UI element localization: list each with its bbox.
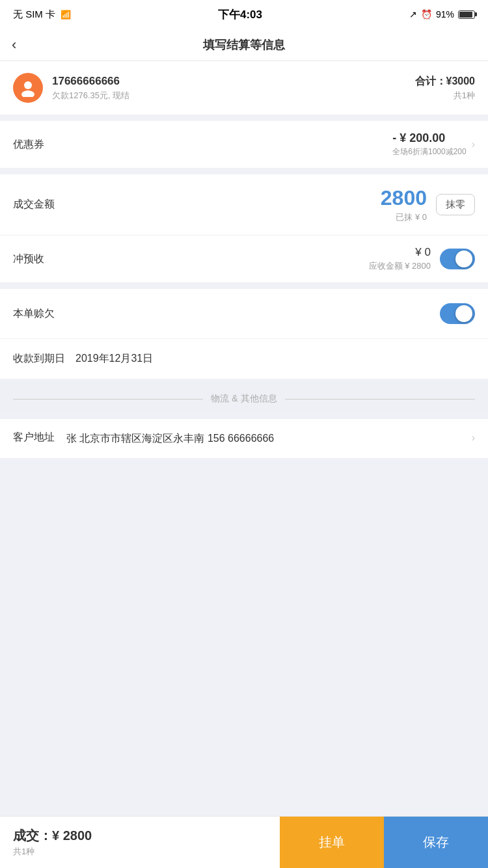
- nav-icon: ↗: [409, 9, 417, 20]
- status-bar: 无 SIM 卡 📶 下午4:03 ↗ ⏰ 91%: [0, 0, 488, 29]
- alarm-icon: ⏰: [421, 9, 432, 20]
- coupon-label: 优惠券: [13, 138, 44, 152]
- address-value: 张 北京市市辖区海淀区永丰南 156 66666666: [66, 431, 465, 446]
- battery-icon: [458, 10, 475, 19]
- prepay-toggle[interactable]: [440, 249, 475, 269]
- address-row[interactable]: 客户地址 张 北京市市辖区海淀区永丰南 156 66666666 ›: [0, 419, 488, 458]
- bottom-deal: 成交：¥ 2800: [13, 827, 267, 845]
- save-button[interactable]: 保存: [384, 817, 488, 869]
- divider-line-left: [13, 399, 203, 400]
- address-arrow-icon: ›: [472, 432, 475, 444]
- coupon-right: - ¥ 200.00 全场6折满1000减200 ›: [392, 131, 475, 157]
- deal-amount-sub: 已抹 ¥ 0: [381, 211, 427, 223]
- bottom-deal-prefix: 成交：: [13, 828, 52, 843]
- arrearage-section: 本单赊欠 收款到期日 2019年12月31日: [0, 289, 488, 379]
- customer-card: 17666666666 欠款1276.35元, 现结 合计：¥3000 共1种: [0, 61, 488, 115]
- prepay-row: 冲预收 ¥ 0 应收金额 ¥ 2800: [0, 235, 488, 282]
- customer-details: 17666666666 欠款1276.35元, 现结: [52, 75, 129, 102]
- logistics-label: 物流 & 其他信息: [211, 393, 277, 405]
- coupon-desc: 全场6折满1000减200: [392, 146, 466, 157]
- logistics-divider: 物流 & 其他信息: [0, 385, 488, 413]
- due-date-row: 收款到期日 2019年12月31日: [0, 338, 488, 379]
- bottom-bar: 成交：¥ 2800 共1种 挂单 保存: [0, 816, 488, 868]
- bottom-deal-amount: ¥ 2800: [52, 828, 92, 843]
- wifi-icon: 📶: [61, 10, 71, 20]
- arrearage-row: 本单赊欠: [0, 289, 488, 338]
- toggle-knob: [455, 251, 472, 267]
- prepay-amount: ¥ 0: [369, 246, 431, 259]
- customer-total: 合计：¥3000 共1种: [415, 75, 476, 102]
- sim-label: 无 SIM 卡: [13, 8, 55, 21]
- status-time: 下午4:03: [218, 7, 262, 22]
- coupon-row[interactable]: 优惠券 - ¥ 200.00 全场6折满1000减200 ›: [0, 121, 488, 168]
- page-title: 填写结算等信息: [203, 37, 285, 53]
- arrearage-toggle-knob: [455, 305, 472, 322]
- total-amount: 合计：¥3000: [415, 75, 476, 88]
- content: 17666666666 欠款1276.35元, 现结 合计：¥3000 共1种 …: [0, 61, 488, 575]
- prepay-sub: 应收金额 ¥ 2800: [369, 260, 431, 272]
- arrearage-label: 本单赊欠: [13, 307, 55, 321]
- round-button[interactable]: 抹零: [436, 194, 475, 215]
- bottom-count: 共1种: [13, 846, 267, 858]
- deal-amount-label: 成交金额: [13, 198, 55, 211]
- status-left: 无 SIM 卡 📶: [13, 8, 71, 21]
- pending-button[interactable]: 挂单: [280, 817, 384, 869]
- back-button[interactable]: ‹: [12, 36, 16, 53]
- customer-info: 17666666666 欠款1276.35元, 现结: [13, 73, 129, 103]
- due-date-label: 收款到期日: [13, 352, 65, 366]
- deal-section: 成交金额 2800 已抹 ¥ 0 抹零 冲预收 ¥ 0 应收金额 ¥ 2800: [0, 174, 488, 282]
- arrearage-toggle[interactable]: [440, 303, 475, 324]
- coupon-arrow-icon: ›: [472, 139, 475, 150]
- avatar: [13, 73, 43, 103]
- prepay-right: ¥ 0 应收金额 ¥ 2800: [369, 246, 475, 272]
- customer-phone: 17666666666: [52, 75, 129, 88]
- prepay-label: 冲预收: [13, 252, 44, 266]
- customer-sub: 欠款1276.35元, 现结: [52, 90, 129, 102]
- svg-point-0: [24, 81, 32, 89]
- address-label: 客户地址: [13, 431, 55, 444]
- status-right: ↗ ⏰ 91%: [409, 9, 475, 20]
- total-count: 共1种: [415, 90, 476, 102]
- deal-amount-right: 2800 已抹 ¥ 0 抹零: [381, 186, 475, 223]
- bottom-summary: 成交：¥ 2800 共1种: [0, 827, 280, 858]
- battery-percent: 91%: [436, 9, 454, 20]
- header: ‹ 填写结算等信息: [0, 29, 488, 61]
- svg-point-1: [21, 90, 34, 97]
- gray-area: [0, 458, 488, 517]
- deal-amount-row: 成交金额 2800 已抹 ¥ 0 抹零: [0, 174, 488, 235]
- due-date-value: 2019年12月31日: [75, 352, 153, 366]
- divider-line-right: [285, 399, 475, 400]
- deal-amount-value: 2800: [381, 186, 427, 210]
- coupon-discount: - ¥ 200.00: [392, 131, 466, 145]
